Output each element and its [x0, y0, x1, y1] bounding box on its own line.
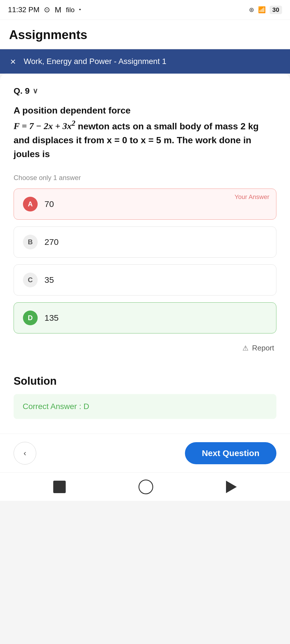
report-row: ⚠ Report	[14, 344, 276, 352]
option-b-badge: B	[23, 235, 38, 249]
status-right: ⊛ 📶 30	[249, 6, 282, 14]
option-d[interactable]: D 135	[14, 302, 276, 333]
assignment-title: Work, Energy and Power - Assignment 1	[24, 57, 167, 66]
choose-label: Choose only 1 answer	[14, 174, 276, 182]
option-c-badge: C	[23, 273, 38, 287]
mail-icon: M	[55, 5, 61, 14]
dot-icon: •	[79, 7, 81, 13]
option-a[interactable]: Your Answer A 70	[14, 189, 276, 220]
report-icon: ⚠	[242, 344, 249, 352]
question-number-text: Q. 9	[14, 86, 30, 96]
option-a-text: 70	[44, 199, 54, 209]
nav-banner: × Work, Energy and Power - Assignment 1	[0, 49, 290, 74]
report-button[interactable]: Report	[252, 344, 274, 352]
options-list: Your Answer A 70 B 270 C 35 D 135	[14, 189, 276, 333]
status-left: 11:32 PM ⊙ M filo •	[8, 5, 81, 14]
alarm-icon: ⊙	[44, 5, 50, 14]
option-b[interactable]: B 270	[14, 226, 276, 258]
question-card: Q. 9 ∨ A position dependent force F = 7 …	[0, 74, 290, 375]
phone-nav-bar	[0, 472, 290, 501]
page-header: Assignments	[0, 20, 290, 49]
question-number-row[interactable]: Q. 9 ∨	[14, 86, 276, 96]
solution-heading: Solution	[14, 375, 276, 387]
bluetooth-icon: ⊛	[249, 6, 254, 14]
home-icon[interactable]	[138, 480, 153, 494]
time-display: 11:32 PM	[8, 5, 39, 14]
option-a-badge: A	[23, 197, 38, 211]
option-d-badge: D	[23, 311, 38, 325]
chevron-down-icon: ∨	[33, 87, 38, 95]
status-bar: 11:32 PM ⊙ M filo • ⊛ 📶 30	[0, 0, 290, 20]
option-c-text: 35	[44, 275, 54, 285]
correct-answer-text: Correct Answer : D	[23, 402, 89, 411]
option-c[interactable]: C 35	[14, 264, 276, 296]
back-button[interactable]: ‹	[14, 442, 36, 465]
battery-indicator: 30	[270, 6, 282, 14]
filo-label: filo	[66, 6, 75, 14]
solution-section: Solution Correct Answer : D	[0, 375, 290, 434]
correct-answer-box: Correct Answer : D	[14, 394, 276, 419]
recents-icon[interactable]	[53, 481, 66, 493]
bottom-nav: ‹ Next Question	[0, 434, 290, 472]
option-d-text: 135	[44, 313, 59, 323]
signal-icon: 📶	[258, 6, 266, 14]
back-nav-icon[interactable]	[226, 481, 237, 493]
next-question-button[interactable]: Next Question	[185, 442, 276, 464]
question-text: A position dependent force F = 7 − 2x + …	[14, 104, 276, 161]
your-answer-label: Your Answer	[234, 193, 269, 201]
close-icon[interactable]: ×	[10, 57, 16, 66]
back-icon: ‹	[24, 449, 26, 458]
option-b-text: 270	[44, 237, 59, 247]
page-title: Assignments	[9, 28, 281, 42]
